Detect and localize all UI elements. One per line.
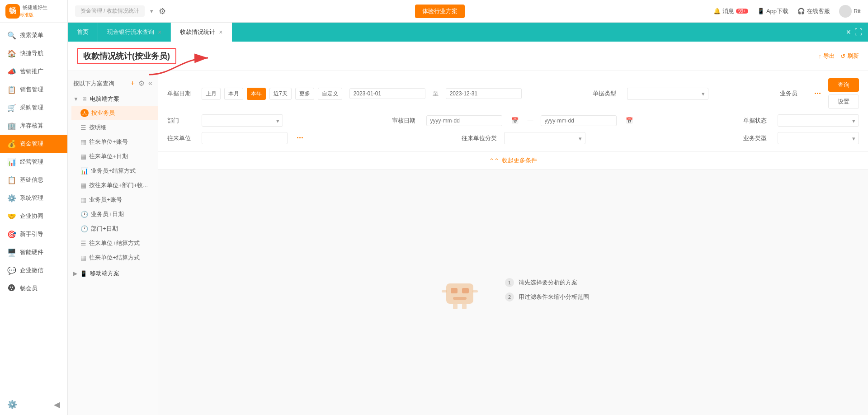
header-left: 资金管理 / 收款情况统计 ▾ ⚙	[75, 5, 166, 17]
sidebar-item-basic-info[interactable]: 📋 基础信息	[0, 171, 67, 189]
svg-rect-2	[462, 288, 469, 293]
date-btn-custom[interactable]: 自定义	[318, 88, 342, 100]
dept-label: 部门	[167, 117, 194, 125]
query-button[interactable]: 查询	[828, 78, 859, 92]
trial-button[interactable]: 体验行业方案	[415, 5, 465, 18]
business-type-select[interactable]	[778, 132, 859, 144]
tab-bar-right: × ⛶	[840, 23, 868, 42]
sidebar-item-finance[interactable]: 💰 资金管理	[0, 135, 67, 153]
sidebar-item-hardware[interactable]: 🖥️ 智能硬件	[0, 243, 67, 261]
sidebar-collapse-icon[interactable]: ◀	[54, 400, 60, 410]
top-header: 资金管理 / 收款情况统计 ▾ ⚙ 体验行业方案 🔔 消息 99+ 📱 App下…	[68, 0, 868, 23]
scheme-item-by-detail[interactable]: ☰ 按明细	[71, 120, 158, 135]
doc-status-select-wrapper	[778, 114, 859, 127]
tab-home[interactable]: 首页	[68, 23, 98, 42]
scheme-group-mobile-title[interactable]: ▶ 📱 移动端方案	[68, 267, 158, 280]
operations-icon: 📊	[7, 157, 16, 166]
salesperson-more-btn[interactable]: ···	[814, 89, 821, 99]
date-btn-last-month[interactable]: 上月	[202, 88, 221, 100]
step-1-label: 请先选择要分析的方案	[519, 278, 577, 287]
username: Rit	[854, 8, 861, 14]
scheme-item-salesperson-date[interactable]: 🕐 业务员+日期	[71, 207, 158, 222]
online-service-area[interactable]: 🎧 在线客服	[797, 7, 830, 15]
date-btn-this-month[interactable]: 本月	[224, 88, 243, 100]
partner-input[interactable]	[202, 132, 288, 144]
scheme-item-salesperson-settlement[interactable]: 📊 业务员+结算方式	[71, 164, 158, 178]
purchase-icon: 🛒	[7, 103, 16, 112]
tab-bank-flow[interactable]: 现金银行流水查询 ×	[98, 23, 171, 42]
tab-receipt-stats[interactable]: 收款情况统计 ×	[171, 23, 232, 42]
sidebar-item-member[interactable]: 🅥 畅会员	[0, 279, 67, 297]
sidebar-item-wechat[interactable]: 💬 企业微信	[0, 261, 67, 279]
date-quick-btns-group: 上月 本月 本年 近7天 更多 自定义	[202, 88, 342, 100]
panel-add-button[interactable]: +	[131, 79, 135, 88]
sidebar-item-inventory[interactable]: 🏢 库存核算	[0, 117, 67, 135]
date-from-input[interactable]	[349, 88, 425, 99]
sidebar-item-purchase[interactable]: 🛒 采购管理	[0, 99, 67, 117]
doc-type-select[interactable]	[627, 88, 708, 100]
window-close-icon[interactable]: ×	[846, 28, 851, 37]
sidebar-item-search[interactable]: 🔍 搜索菜单	[0, 26, 67, 44]
sidebar-item-system[interactable]: ⚙️ 系统管理	[0, 189, 67, 207]
header-settings-icon[interactable]: ⚙	[159, 6, 166, 16]
date-btn-last-7-days[interactable]: 近7天	[269, 88, 292, 100]
date-to-input[interactable]	[446, 88, 522, 99]
dept-select[interactable]	[202, 114, 283, 127]
scheme-item-partner-account[interactable]: ▦ 往来单位+账号	[71, 135, 158, 149]
notifications-area[interactable]: 🔔 消息 99+	[713, 7, 748, 15]
scheme-item-dept-date[interactable]: 🕐 部门+日期	[71, 222, 158, 236]
tab-bank-flow-close-icon[interactable]: ×	[158, 28, 161, 36]
review-date-to-input[interactable]	[541, 115, 617, 126]
business-type-select-wrapper	[778, 132, 859, 144]
scheme-item-by-salesperson[interactable]: 人 按业务员	[71, 106, 158, 120]
filter-row-3: 往来单位 ··· 往来单位分类 业务类型	[167, 132, 859, 144]
app-download-label: App下载	[766, 7, 788, 15]
scheme-item-partner-settlement2[interactable]: ▦ 往来单位+结算方式	[71, 250, 158, 265]
salesperson-label: 业务员	[780, 90, 807, 98]
settings-button[interactable]: 设置	[828, 94, 859, 109]
scheme-item-partner-settlement[interactable]: ☰ 往来单位+结算方式	[71, 236, 158, 250]
scheme-item-salesperson-account[interactable]: ▦ 业务员+账号	[71, 193, 158, 207]
tab-receipt-stats-label: 收款情况统计	[180, 28, 215, 36]
sidebar-item-sales[interactable]: 📋 销售管理	[0, 80, 67, 99]
sidebar-item-guide[interactable]: 🎯 新手引导	[0, 225, 67, 243]
scheme-item-partner-dept-collect[interactable]: ▦ 按往来单位+部门+收...	[71, 178, 158, 193]
partner-category-select[interactable]	[504, 132, 585, 144]
partner-more-btn[interactable]: ···	[297, 133, 303, 143]
doc-status-select[interactable]	[778, 114, 859, 127]
filter-area: 单据日期 上月 本月 本年 近7天 更多 自定义 至	[158, 71, 868, 152]
date-btn-this-year[interactable]: 本年	[247, 88, 266, 100]
sidebar-settings-icon[interactable]: ⚙️	[7, 400, 17, 410]
sidebar-item-marketing[interactable]: 📣 营销推广	[0, 62, 67, 80]
scheme-group-desktop-title[interactable]: ▼ 🖥 电脑端方案	[68, 92, 158, 106]
breadcrumb-dropdown-icon[interactable]: ▾	[150, 8, 153, 14]
sidebar-item-enterprise[interactable]: 🤝 企业协同	[0, 207, 67, 225]
clock-icon: 🕐	[80, 225, 88, 232]
group-label: 移动端方案	[90, 269, 119, 278]
export-button[interactable]: ↑ 导出	[819, 52, 835, 60]
user-area[interactable]: Rit	[839, 5, 861, 18]
collapse-icon: ⌃⌃	[489, 157, 499, 164]
table-icon: ▦	[80, 196, 86, 203]
group-expand-icon: ▼	[73, 96, 79, 102]
panel-collapse-button[interactable]: «	[148, 79, 152, 88]
collapse-bar[interactable]: ⌃⌃ 收起更多条件	[158, 152, 868, 170]
scheme-item-label: 业务员+日期	[91, 210, 124, 218]
window-maximize-icon[interactable]: ⛶	[854, 28, 863, 37]
date-btn-more[interactable]: 更多	[295, 88, 314, 100]
scheme-item-partner-date[interactable]: ▦ 往来单位+日期	[71, 149, 158, 164]
review-date-from-input[interactable]	[426, 115, 502, 126]
tab-receipt-stats-close-icon[interactable]: ×	[219, 28, 222, 36]
app-download-area[interactable]: 📱 App下载	[757, 7, 788, 15]
page-actions: ↑ 导出 ↺ 刷新	[819, 52, 859, 60]
table-icon: ▦	[80, 138, 86, 146]
doc-type-label: 单据类型	[593, 90, 620, 98]
refresh-button[interactable]: ↺ 刷新	[840, 52, 859, 60]
folder-icon: 🖥	[81, 96, 87, 103]
panel-settings-button[interactable]: ⚙	[138, 79, 145, 88]
sidebar-item-label: 经营管理	[20, 158, 43, 166]
sidebar-item-quick-nav[interactable]: 🏠 快捷导航	[0, 44, 67, 62]
empty-step-2: 2 用过滤条件来缩小分析范围	[505, 292, 589, 302]
doc-type-select-wrapper	[627, 88, 708, 100]
sidebar-item-operations[interactable]: 📊 经营管理	[0, 153, 67, 171]
